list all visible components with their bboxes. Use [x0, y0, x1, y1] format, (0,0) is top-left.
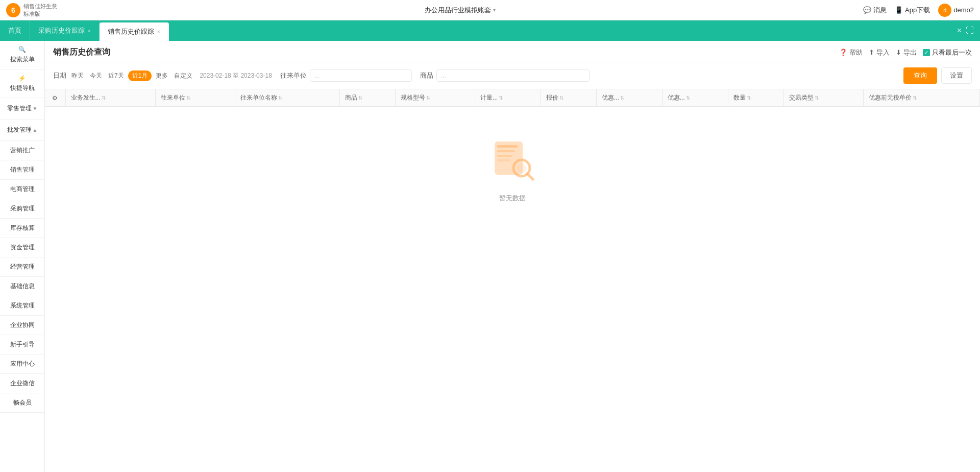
sidebar-item-inventory[interactable]: 库存核算 — [0, 219, 44, 238]
sidebar-item-enterprise-wechat[interactable]: 企业微信 — [0, 374, 44, 393]
logo-area: 6 销售佳好生意 标准版 — [6, 3, 57, 17]
svg-rect-1 — [497, 145, 518, 148]
svg-point-6 — [517, 163, 527, 173]
col-spec[interactable]: 规格型号 ⇅ — [395, 89, 475, 107]
date-opt-custom[interactable]: 自定义 — [172, 70, 194, 81]
sort-icon: ⇅ — [499, 95, 503, 101]
sort-icon: ⇅ — [186, 95, 190, 101]
app-download-button[interactable]: 📱 App下载 — [895, 6, 930, 15]
message-button[interactable]: 💬 消息 — [863, 6, 887, 15]
sidebar-item-system-mgmt[interactable]: 系统管理 — [0, 296, 44, 316]
sidebar-item-search-menu[interactable]: 🔍 搜索菜单 — [0, 41, 44, 69]
date-opt-today[interactable]: 今天 — [88, 70, 104, 81]
col-unit-code[interactable]: 往来单位 ⇅ — [155, 89, 235, 107]
svg-rect-4 — [497, 159, 510, 161]
col-qty[interactable]: 数量 ⇅ — [728, 89, 783, 107]
sidebar: 🔍 搜索菜单 ⚡ 快捷导航 零售管理 ▼ 批发管理 ▲ 营销推广 销售管理 电商… — [0, 41, 45, 472]
col-trade-type[interactable]: 交易类型 ⇅ — [783, 89, 864, 107]
tab-bar-actions: × ⛶ — [957, 26, 980, 35]
export-button[interactable]: ⬇ 导出 — [896, 48, 917, 57]
sidebar-item-ops-mgmt[interactable]: 经营管理 — [0, 257, 44, 277]
sort-icon: ⇅ — [559, 95, 564, 101]
sidebar-item-retail-mgmt[interactable]: 零售管理 ▼ — [0, 98, 44, 120]
date-filter-label: 日期 — [53, 71, 66, 80]
tab-close-purchase[interactable]: × — [88, 28, 91, 34]
data-table: ⚙ 业务发生... ⇅ 往来单位 ⇅ — [45, 89, 980, 107]
search-icon: 🔍 — [18, 46, 26, 53]
date-opt-7days[interactable]: 近7天 — [106, 70, 126, 81]
product-label: 商品 — [420, 71, 433, 80]
product-input[interactable]: ... — [436, 69, 590, 82]
date-opt-more[interactable]: 更多 — [154, 70, 170, 81]
checkbox-checked-icon: ✓ — [923, 49, 930, 56]
logo-icon: 6 — [6, 3, 20, 17]
col-tax-price[interactable]: 优惠前无税单价 ⇅ — [864, 89, 980, 107]
user-menu[interactable]: d demo2 — [938, 4, 974, 17]
date-options: 昨天 今天 近7天 近1月 更多 自定义 — [69, 70, 194, 81]
col-unit[interactable]: 计量... ⇅ — [475, 89, 541, 107]
query-button[interactable]: 查询 — [903, 67, 937, 84]
settings-icon: ⚙ — [52, 95, 58, 102]
message-icon: 💬 — [863, 6, 871, 14]
main-layout: 🔍 搜索菜单 ⚡ 快捷导航 零售管理 ▼ 批发管理 ▲ 营销推广 销售管理 电商… — [0, 41, 980, 472]
date-opt-yesterday[interactable]: 昨天 — [69, 70, 86, 81]
help-button[interactable]: ❓ 帮助 — [839, 48, 863, 57]
sort-icon: ⇅ — [426, 95, 430, 101]
empty-illustration — [487, 137, 538, 183]
sidebar-item-beginner[interactable]: 新手引导 — [0, 335, 44, 355]
sidebar-item-basic-info[interactable]: 基础信息 — [0, 277, 44, 296]
date-range-display: 2023-02-18 至 2023-03-18 — [200, 72, 272, 80]
col-discount2[interactable]: 优惠... ⇅ — [662, 89, 728, 107]
sidebar-item-enterprise[interactable]: 企业协同 — [0, 316, 44, 335]
date-opt-1month[interactable]: 近1月 — [128, 70, 152, 81]
date-filter-group: 日期 昨天 今天 近7天 近1月 更多 自定义 2023-02-18 至 202… — [53, 70, 272, 81]
sidebar-item-ecommerce-mgmt[interactable]: 电商管理 — [0, 180, 44, 199]
product-filter-group: 商品 ... — [420, 69, 590, 82]
content-area: 销售历史价查询 ❓ 帮助 ⬆ 导入 ⬇ 导出 ✓ 只看最后一次 — [45, 41, 980, 472]
top-bar-center[interactable]: 办公用品行业模拟账套 ▾ — [425, 6, 496, 15]
close-window-button[interactable]: × — [957, 26, 962, 35]
tab-bar: 首页 采购历史价跟踪 × 销售历史价跟踪 × × ⛶ — [0, 20, 980, 41]
sort-icon: ⇅ — [913, 95, 917, 101]
col-quote[interactable]: 报价 ⇅ — [541, 89, 596, 107]
sidebar-item-purchase-mgmt[interactable]: 采购管理 — [0, 199, 44, 219]
tab-purchase-history[interactable]: 采购历史价跟踪 × — [30, 20, 100, 41]
sort-icon: ⇅ — [102, 95, 106, 101]
filter-bar: 日期 昨天 今天 近7天 近1月 更多 自定义 2023-02-18 至 202… — [45, 62, 980, 89]
sidebar-item-sales-mgmt[interactable]: 销售管理 — [0, 160, 44, 180]
sort-icon: ⇅ — [815, 95, 819, 101]
chevron-down-icon: ▾ — [493, 7, 496, 13]
expand-window-button[interactable]: ⛶ — [966, 26, 974, 35]
sidebar-item-app-center[interactable]: 应用中心 — [0, 355, 44, 374]
account-selector[interactable]: 办公用品行业模拟账套 ▾ — [425, 6, 496, 15]
empty-state: 暂无数据 — [45, 107, 980, 233]
import-button[interactable]: ⬆ 导入 — [869, 48, 890, 57]
logo-text: 销售佳好生意 标准版 — [23, 3, 57, 17]
sidebar-item-wholesale-mgmt[interactable]: 批发管理 ▲ — [0, 120, 44, 141]
sort-icon: ⇅ — [620, 95, 624, 101]
tab-close-sales[interactable]: × — [157, 29, 160, 35]
source-unit-label: 往来单位 — [280, 71, 307, 80]
col-biz-date[interactable]: 业务发生... ⇅ — [65, 89, 155, 107]
sidebar-item-finance-mgmt[interactable]: 资金管理 — [0, 238, 44, 257]
source-unit-input[interactable]: ... — [310, 69, 412, 82]
sidebar-item-quick-nav[interactable]: ⚡ 快捷导航 — [0, 69, 44, 98]
svg-rect-2 — [497, 150, 515, 152]
chevron-up-icon: ▲ — [33, 127, 38, 133]
tab-home[interactable]: 首页 — [0, 20, 30, 41]
tab-sales-history[interactable]: 销售历史价跟踪 × — [100, 22, 169, 41]
col-settings[interactable]: ⚙ — [45, 89, 65, 107]
sidebar-item-vip-member[interactable]: 畅会员 — [0, 393, 44, 413]
only-last-checkbox-label[interactable]: ✓ 只看最后一次 — [923, 48, 972, 57]
col-product[interactable]: 商品 ⇅ — [339, 89, 395, 107]
svg-line-7 — [527, 174, 533, 179]
empty-state-svg — [487, 137, 538, 183]
col-unit-name[interactable]: 往来单位名称 ⇅ — [235, 89, 339, 107]
product-placeholder: ... — [441, 72, 446, 79]
help-icon: ❓ — [839, 49, 847, 56]
sidebar-item-marketing[interactable]: 营销推广 — [0, 141, 44, 160]
svg-rect-3 — [497, 155, 512, 157]
col-discount1[interactable]: 优惠... ⇅ — [596, 89, 662, 107]
chevron-down-icon: ▼ — [33, 106, 38, 111]
setting-button[interactable]: 设置 — [941, 67, 972, 84]
